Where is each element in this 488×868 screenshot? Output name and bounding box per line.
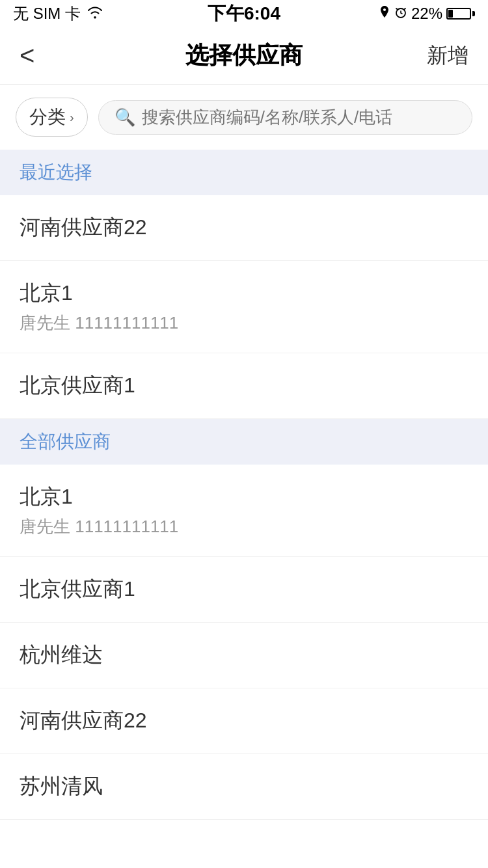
list-item[interactable]: 北京1唐先生 11111111111 bbox=[0, 261, 488, 353]
item-sub: 唐先生 11111111111 bbox=[20, 515, 468, 538]
item-name: 河南供应商22 bbox=[20, 213, 468, 242]
item-name: 北京1 bbox=[20, 279, 468, 308]
all-section-header: 全部供应商 bbox=[0, 419, 488, 465]
search-box[interactable]: 🔍 bbox=[98, 100, 472, 135]
status-bar: 无 SIM 卡 下午6:04 22% bbox=[0, 0, 488, 27]
item-name: 北京1 bbox=[20, 483, 468, 511]
list-item[interactable]: 河南供应商22 bbox=[0, 195, 488, 261]
alarm-icon bbox=[394, 5, 407, 23]
nav-bar: < 选择供应商 新增 bbox=[0, 27, 488, 85]
item-sub: 唐先生 11111111111 bbox=[20, 312, 468, 334]
status-carrier: 无 SIM 卡 bbox=[13, 3, 104, 24]
new-supplier-button[interactable]: 新增 bbox=[427, 42, 468, 70]
status-icons: 22% bbox=[379, 5, 475, 23]
item-name: 河南供应商22 bbox=[20, 707, 468, 735]
list-item[interactable]: 杭州维达 bbox=[0, 623, 488, 688]
list-item[interactable]: 北京供应商1 bbox=[0, 353, 488, 419]
item-name: 苏州清风 bbox=[20, 772, 468, 801]
item-name: 北京供应商1 bbox=[20, 372, 468, 400]
chevron-right-icon: › bbox=[70, 110, 74, 125]
recent-section-header: 最近选择 bbox=[0, 150, 488, 195]
search-input[interactable] bbox=[142, 107, 456, 128]
item-name: 杭州维达 bbox=[20, 641, 468, 670]
list-item[interactable]: 苏州清风 bbox=[0, 754, 488, 820]
search-icon: 🔍 bbox=[115, 107, 135, 128]
category-label: 分类 bbox=[29, 105, 66, 129]
search-area: 分类 › 🔍 bbox=[0, 85, 488, 150]
list-item[interactable]: 北京1唐先生 11111111111 bbox=[0, 465, 488, 557]
back-button[interactable]: < bbox=[20, 41, 59, 70]
category-filter-button[interactable]: 分类 › bbox=[16, 98, 88, 137]
recent-list: 河南供应商22北京1唐先生 11111111111北京供应商1 bbox=[0, 195, 488, 419]
list-item[interactable]: 北京供应商1 bbox=[0, 557, 488, 623]
item-name: 北京供应商1 bbox=[20, 575, 468, 604]
status-time: 下午6:04 bbox=[208, 1, 280, 26]
battery-icon bbox=[446, 8, 475, 20]
page-title: 选择供应商 bbox=[185, 40, 303, 72]
all-list: 北京1唐先生 11111111111北京供应商1杭州维达河南供应商22苏州清风 bbox=[0, 465, 488, 820]
wifi-icon bbox=[86, 5, 104, 23]
battery-percentage: 22% bbox=[411, 5, 442, 23]
location-icon bbox=[379, 5, 390, 23]
list-item[interactable]: 河南供应商22 bbox=[0, 688, 488, 754]
